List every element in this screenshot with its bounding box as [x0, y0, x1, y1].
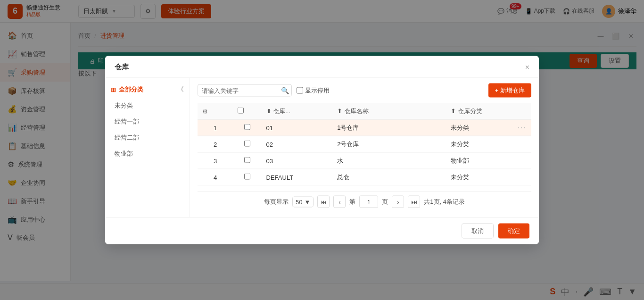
row-settings-4: 4	[198, 169, 233, 185]
th-checkbox	[233, 103, 261, 120]
row-cat-4: 未分类	[446, 169, 531, 185]
per-page-dropdown-icon: ▼	[304, 198, 310, 205]
show-disabled-group: 显示停用	[297, 86, 330, 95]
cat-item-property[interactable]: 物业部	[105, 146, 190, 162]
row-name-4: 总仓	[332, 169, 446, 185]
row-checkbox-2[interactable]	[244, 141, 250, 147]
row-name-1: 1号仓库	[332, 119, 446, 136]
table-row[interactable]: 3 03 水 物业部	[198, 152, 531, 169]
table-panel: 🔍 显示停用 + 新增仓库 ⚙ ⬆ 仓库...	[190, 78, 539, 217]
category-panel: ⊞ 全部分类 《 未分类 经营一部 经营二部 物业部	[105, 78, 190, 217]
row-settings-2: 2	[198, 136, 233, 152]
cat-item-dept2[interactable]: 经营二部	[105, 130, 190, 146]
per-page-select[interactable]: 50 ▼	[292, 196, 314, 207]
row-name-3: 水	[332, 152, 446, 169]
category-header: ⊞ 全部分类 《	[105, 83, 190, 98]
all-categories-label: 全部分类	[119, 85, 143, 94]
page-label: 第	[349, 198, 355, 206]
all-categories[interactable]: ⊞ 全部分类	[111, 85, 143, 94]
select-all-checkbox[interactable]	[238, 108, 244, 114]
row-code-3: 03	[262, 152, 333, 169]
row-settings-3: 3	[198, 152, 233, 169]
table-header-row: ⚙ ⬆ 仓库... ⬆ 仓库名称 ⬆ 仓库分类	[198, 103, 531, 120]
search-box: 🔍	[198, 84, 292, 97]
warehouse-modal: 仓库 × ⊞ 全部分类 《 未分类 经营一部 经营二部 物业部 🔍	[105, 56, 539, 244]
table-row[interactable]: 4 DEFAULT 总仓 未分类	[198, 169, 531, 185]
row-check-1	[233, 119, 261, 136]
first-page-button[interactable]: ⏮	[317, 196, 330, 208]
sort-icon-3: ⬆	[451, 108, 456, 115]
pagination: 每页显示 50 ▼ ⏮ ‹ 第 页 › ⏭ 共1页, 4条记录	[198, 192, 531, 212]
last-page-button[interactable]: ⏭	[408, 196, 420, 208]
table-container: ⚙ ⬆ 仓库... ⬆ 仓库名称 ⬆ 仓库分类	[198, 103, 531, 186]
collapse-button[interactable]: 《	[177, 85, 184, 94]
search-input[interactable]	[202, 87, 281, 94]
table-row[interactable]: 2 02 2号仓库 未分类	[198, 136, 531, 152]
row-name-2: 2号仓库	[332, 136, 446, 152]
show-disabled-checkbox[interactable]	[297, 87, 303, 94]
cancel-button[interactable]: 取消	[462, 224, 494, 239]
row-cat-3: 物业部	[446, 152, 531, 169]
row-cat-1: 未分类 ···	[446, 119, 531, 136]
row-check-4	[233, 169, 261, 185]
cat-item-dept1[interactable]: 经营一部	[105, 114, 190, 130]
modal-header: 仓库 ×	[105, 56, 539, 78]
th-settings: ⚙	[198, 103, 233, 120]
row-cat-2: 未分类	[446, 136, 531, 152]
table-row[interactable]: 1 01 1号仓库 未分类 ···	[198, 119, 531, 136]
row-check-3	[233, 152, 261, 169]
th-category: ⬆ 仓库分类	[446, 103, 531, 120]
show-disabled-label: 显示停用	[305, 86, 330, 95]
confirm-button[interactable]: 确定	[498, 224, 529, 239]
row-checkbox-4[interactable]	[244, 174, 250, 180]
grid-icon: ⊞	[111, 86, 116, 93]
modal-close-button[interactable]: ×	[525, 63, 529, 71]
warehouse-table: ⚙ ⬆ 仓库... ⬆ 仓库名称 ⬆ 仓库分类	[198, 103, 531, 186]
next-page-button[interactable]: ›	[392, 196, 404, 208]
modal-footer: 取消 确定	[105, 217, 539, 244]
row-code-4: DEFAULT	[262, 169, 333, 185]
sort-icon-2: ⬆	[337, 108, 342, 115]
sort-icon: ⬆	[266, 108, 272, 115]
modal-title: 仓库	[115, 63, 129, 72]
add-warehouse-button[interactable]: + 新增仓库	[488, 83, 531, 98]
per-page-label: 每页显示	[264, 198, 289, 206]
page-unit: 页	[382, 198, 388, 206]
table-toolbar: 🔍 显示停用 + 新增仓库	[198, 83, 531, 98]
search-icon[interactable]: 🔍	[281, 87, 289, 94]
row-checkbox-1[interactable]	[244, 124, 250, 130]
table-body: 1 01 1号仓库 未分类 ··· 2 02	[198, 119, 531, 185]
row-settings-1: 1	[198, 119, 233, 136]
prev-page-button[interactable]: ‹	[333, 196, 346, 208]
row-code-1: 01	[262, 119, 333, 136]
row-checkbox-3[interactable]	[244, 157, 250, 163]
table-head: ⚙ ⬆ 仓库... ⬆ 仓库名称 ⬆ 仓库分类	[198, 103, 531, 120]
page-number-input[interactable]	[359, 196, 378, 208]
row-code-2: 02	[262, 136, 333, 152]
total-info: 共1页, 4条记录	[424, 198, 465, 206]
modal-body: ⊞ 全部分类 《 未分类 经营一部 经营二部 物业部 🔍 显示停用	[105, 78, 539, 217]
cat-item-uncategorized[interactable]: 未分类	[105, 98, 190, 114]
row-check-2	[233, 136, 261, 152]
row-action-dots-1[interactable]: ···	[518, 124, 527, 132]
per-page-value: 50	[296, 198, 302, 205]
th-code: ⬆ 仓库...	[262, 103, 333, 120]
th-name: ⬆ 仓库名称	[332, 103, 446, 120]
